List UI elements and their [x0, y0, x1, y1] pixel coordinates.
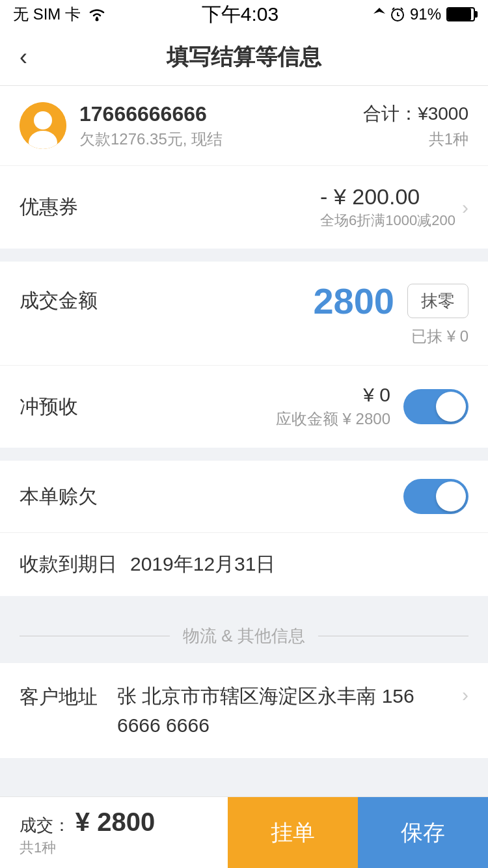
- pending-button[interactable]: 挂单: [228, 797, 358, 869]
- status-bar: 无 SIM 卡 下午4:03 91%: [0, 0, 488, 29]
- save-button[interactable]: 保存: [358, 797, 488, 869]
- total-label: 合计：¥3000: [363, 102, 468, 126]
- coupon-right: - ¥ 200.00 全场6折满1000减200 ›: [320, 184, 468, 230]
- section-divider-2: [0, 448, 488, 461]
- amount-value: 2800: [313, 280, 394, 322]
- avatar: [20, 102, 66, 149]
- status-bar-right: 91%: [373, 5, 475, 23]
- svg-marker-1: [373, 8, 385, 14]
- address-label: 客户地址: [20, 684, 98, 711]
- no-sim-text: 无 SIM 卡: [13, 4, 81, 25]
- due-date-row: 收款到期日 2019年12月31日: [0, 532, 488, 596]
- svg-point-0: [96, 18, 99, 21]
- wifi-icon: [87, 7, 107, 21]
- section-divider-3: [0, 596, 488, 609]
- advance-sub-text: 应收金额 ¥ 2800: [276, 409, 390, 429]
- logistics-text: 物流 & 其他信息: [183, 625, 305, 647]
- coupon-row[interactable]: 优惠券 - ¥ 200.00 全场6折满1000减200 ›: [0, 165, 488, 249]
- credit-toggle-knob: [436, 481, 466, 511]
- status-bar-left: 无 SIM 卡: [13, 4, 107, 25]
- bottom-bar: 成交： ¥ 2800 共1种 挂单 保存: [0, 796, 488, 868]
- user-info-details: 17666666666 欠款1276.35元, 现结: [79, 102, 223, 150]
- section-divider-1: [0, 249, 488, 262]
- location-icon: [373, 7, 385, 21]
- svg-line-6: [401, 8, 403, 10]
- battery-percent: 91%: [410, 5, 441, 23]
- credit-label: 本单赊欠: [20, 483, 98, 510]
- advance-value: ¥ 0: [276, 384, 390, 406]
- back-button[interactable]: ‹: [20, 44, 27, 71]
- user-info-left: 17666666666 欠款1276.35元, 现结: [20, 102, 223, 150]
- user-info-right: 合计：¥3000 共1种: [363, 102, 468, 150]
- round-zero-button[interactable]: 抹零: [407, 284, 468, 318]
- navbar: ‹ 填写结算等信息: [0, 29, 488, 86]
- address-chevron-right-icon: ›: [462, 684, 468, 706]
- coupon-discount: - ¥ 200.00: [320, 184, 455, 210]
- bottom-total-sub: 共1种: [20, 838, 208, 858]
- advance-label: 冲预收: [20, 394, 78, 420]
- user-info-row: 17666666666 欠款1276.35元, 现结 合计：¥3000 共1种: [0, 86, 488, 165]
- battery-icon: [446, 7, 475, 21]
- svg-line-5: [392, 8, 394, 10]
- due-date-label: 收款到期日: [20, 551, 117, 578]
- amount-label: 成交金额: [20, 288, 98, 314]
- advance-value-group: ¥ 0 应收金额 ¥ 2800: [276, 384, 390, 429]
- user-phone: 17666666666: [79, 102, 223, 126]
- address-row[interactable]: 客户地址 张 北京市市辖区海淀区永丰南 156 6666 6666 ›: [0, 663, 488, 758]
- user-sub-text: 欠款1276.35元, 现结: [79, 129, 223, 150]
- status-bar-time: 下午4:03: [202, 1, 278, 28]
- logistics-divider: 物流 & 其他信息: [0, 609, 488, 663]
- advance-row: 冲预收 ¥ 0 应收金额 ¥ 2800: [0, 365, 488, 448]
- amount-section: 成交金额 2800 抹零 已抹 ¥ 0: [0, 262, 488, 365]
- amount-sub-text: 已抹 ¥ 0: [20, 326, 468, 347]
- amount-value-group: 2800 抹零: [313, 280, 468, 322]
- page-title: 填写结算等信息: [167, 42, 321, 72]
- logistics-line-left: [20, 636, 170, 636]
- svg-point-8: [34, 111, 52, 129]
- chevron-right-icon: ›: [462, 197, 468, 219]
- amount-row: 成交金额 2800 抹零: [20, 280, 468, 322]
- due-date-value: 2019年12月31日: [130, 551, 275, 578]
- advance-right: ¥ 0 应收金额 ¥ 2800: [276, 384, 468, 429]
- content: 17666666666 欠款1276.35元, 现结 合计：¥3000 共1种 …: [0, 86, 488, 868]
- coupon-desc: 全场6折满1000减200: [320, 211, 455, 230]
- alarm-icon: [390, 7, 405, 21]
- total-count: 共1种: [363, 129, 468, 150]
- avatar-icon: [20, 102, 66, 149]
- address-value: 张 北京市市辖区海淀区永丰南 156 6666 6666: [117, 681, 455, 740]
- credit-toggle[interactable]: [403, 479, 468, 514]
- coupon-label: 优惠券: [20, 194, 78, 221]
- logistics-line-right: [318, 636, 468, 636]
- toggle-knob: [436, 392, 466, 422]
- advance-toggle[interactable]: [403, 389, 468, 424]
- bottom-total-amount: ¥ 2800: [75, 807, 155, 836]
- bottom-total-label: 成交：: [20, 815, 70, 835]
- bottom-total: 成交： ¥ 2800 共1种: [0, 807, 228, 858]
- credit-row: 本单赊欠: [0, 461, 488, 532]
- user-info-section: 17666666666 欠款1276.35元, 现结 合计：¥3000 共1种 …: [0, 86, 488, 249]
